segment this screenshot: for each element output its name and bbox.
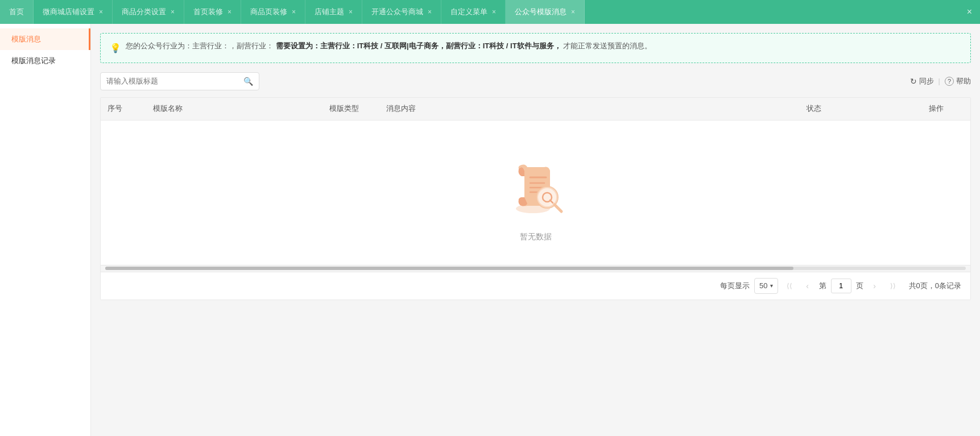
- page-size-value: 50: [759, 281, 767, 290]
- last-page-button[interactable]: ⟩⟩: [886, 279, 900, 293]
- page-size-select[interactable]: 50 ▾: [754, 278, 778, 294]
- close-all-button[interactable]: ×: [959, 0, 980, 24]
- sidebar: 模版消息 模版消息记录: [0, 24, 91, 436]
- top-nav: 首页 微商城店铺设置 × 商品分类设置 × 首页装修 × 商品页装修 × 店铺主…: [0, 0, 980, 24]
- nav-tab-open-mall[interactable]: 开通公众号商城 ×: [362, 0, 441, 24]
- notice-banner: 💡 您的公众号行业为：主营行业：，副营行业： 需要设置为：主营行业：IT科技 /…: [100, 33, 971, 63]
- main-layout: 模版消息 模版消息记录 💡 您的公众号行业为：主营行业：，副营行业： 需要设置为…: [0, 24, 980, 436]
- svg-line-7: [555, 205, 561, 211]
- next-page-button[interactable]: ›: [868, 279, 882, 293]
- nav-tab-home[interactable]: 首页: [0, 0, 34, 24]
- notice-text: 您的公众号行业为：主营行业：，副营行业： 需要设置为：主营行业：IT科技 / 互…: [126, 40, 652, 52]
- close-open-mall[interactable]: ×: [428, 9, 432, 15]
- search-input[interactable]: [106, 77, 243, 85]
- search-bar: 🔍 ↻ 同步 | ? 帮助: [100, 72, 971, 90]
- th-status: 状态: [800, 103, 902, 114]
- scrollbar-area[interactable]: [101, 265, 970, 272]
- close-store-setting[interactable]: ×: [99, 9, 103, 15]
- th-content: 消息内容: [379, 103, 800, 114]
- pagination: 每页显示 50 ▾ ⟨⟨ ‹ 第 页 › ⟩⟩ 共0页，0条记录: [101, 272, 970, 300]
- close-home-decoration[interactable]: ×: [228, 9, 231, 15]
- close-custom-menu[interactable]: ×: [492, 9, 496, 15]
- nav-tab-custom-menu[interactable]: 自定义菜单 ×: [441, 0, 506, 24]
- th-name: 模版名称: [146, 103, 322, 114]
- help-button[interactable]: ? 帮助: [945, 76, 971, 86]
- sync-icon: ↻: [910, 77, 917, 86]
- sidebar-item-template-msg[interactable]: 模版消息: [0, 28, 90, 50]
- nav-tab-category-setting[interactable]: 商品分类设置 ×: [113, 0, 184, 24]
- th-action: 操作: [902, 103, 970, 114]
- empty-state: 暂无数据: [101, 121, 970, 265]
- page-size-label: 每页显示: [720, 281, 750, 291]
- nav-tab-shop-theme[interactable]: 店铺主题 ×: [305, 0, 362, 24]
- th-seq: 序号: [101, 103, 146, 114]
- help-icon: ?: [945, 77, 954, 86]
- total-info: 共0页，0条记录: [909, 281, 961, 291]
- close-product-decoration[interactable]: ×: [292, 9, 296, 15]
- page-unit: 页: [856, 281, 863, 291]
- empty-text: 暂无数据: [520, 232, 552, 242]
- chevron-down-icon: ▾: [770, 283, 773, 289]
- content-area: 💡 您的公众号行业为：主营行业：，副营行业： 需要设置为：主营行业：IT科技 /…: [91, 24, 980, 436]
- close-category-setting[interactable]: ×: [171, 9, 175, 15]
- close-template-msg[interactable]: ×: [571, 9, 575, 15]
- toolbar-divider: |: [938, 77, 940, 85]
- bulb-icon: 💡: [110, 41, 121, 56]
- empty-icon: [502, 155, 570, 223]
- table-header: 序号 模版名称 模版类型 消息内容 状态 操作: [101, 98, 970, 121]
- page-prefix: 第: [819, 281, 826, 291]
- sidebar-item-template-msg-log[interactable]: 模版消息记录: [0, 50, 90, 72]
- table-container: 序号 模版名称 模版类型 消息内容 状态 操作: [100, 97, 971, 300]
- prev-page-button[interactable]: ‹: [801, 279, 814, 293]
- nav-tab-home-decoration[interactable]: 首页装修 ×: [184, 0, 241, 24]
- search-input-wrap: 🔍: [100, 72, 259, 90]
- sync-button[interactable]: ↻ 同步: [910, 76, 934, 86]
- scrollbar-track[interactable]: [105, 267, 966, 270]
- scrollbar-thumb[interactable]: [105, 267, 793, 270]
- current-page-input[interactable]: [831, 279, 851, 293]
- nav-tab-store-setting[interactable]: 微商城店铺设置 ×: [34, 0, 113, 24]
- nav-tab-template-msg[interactable]: 公众号模版消息 ×: [506, 0, 585, 24]
- first-page-button[interactable]: ⟨⟨: [783, 279, 796, 293]
- th-type: 模版类型: [322, 103, 379, 114]
- search-icon[interactable]: 🔍: [243, 77, 253, 86]
- nav-tab-product-decoration[interactable]: 商品页装修 ×: [241, 0, 305, 24]
- close-shop-theme[interactable]: ×: [349, 9, 353, 15]
- toolbar-right: ↻ 同步 | ? 帮助: [910, 76, 971, 86]
